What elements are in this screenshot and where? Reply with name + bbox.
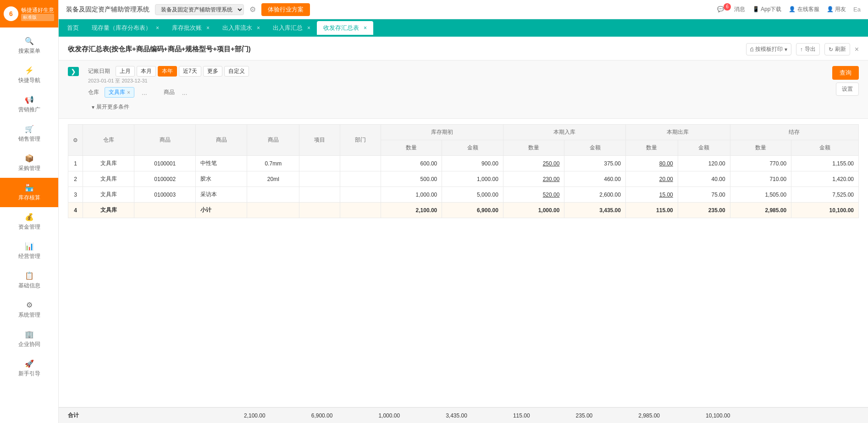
tab-close-3[interactable]: × bbox=[257, 25, 260, 31]
export-btn[interactable]: ↑ 导出 bbox=[796, 43, 820, 55]
date-range: 2023-01-01 至 2023-12-31 bbox=[88, 77, 823, 84]
tab-0[interactable]: 首页 bbox=[61, 21, 85, 35]
online-service[interactable]: 👤 在线客服 bbox=[789, 5, 819, 13]
top-bar-right: 💬 6 消息 📱 App下载 👤 在线客服 👤 用友 Ea bbox=[717, 5, 861, 13]
page-title: 收发存汇总表(按仓库+商品编码+商品+规格型号+项目+部门) bbox=[68, 45, 251, 54]
col-out-group: 本期出库 bbox=[625, 125, 730, 140]
settings-icon[interactable]: ⚙ bbox=[73, 137, 78, 143]
goods-dots[interactable]: ... bbox=[180, 89, 189, 96]
col-in-qty-header: 数量 bbox=[503, 140, 564, 156]
row-in-qty[interactable]: 250.00 bbox=[503, 156, 564, 171]
col-opening-group: 库存期初 bbox=[381, 125, 503, 140]
tab-3[interactable]: 出入库流水× bbox=[216, 21, 266, 35]
warehouse-tag-close[interactable]: × bbox=[127, 89, 130, 96]
row-out-qty: 115.00 bbox=[625, 203, 678, 218]
row-in-qty[interactable]: 520.00 bbox=[503, 187, 564, 203]
settings-icon[interactable]: ⚙ bbox=[249, 5, 256, 14]
row-out-qty[interactable]: 15.00 bbox=[625, 187, 678, 203]
row-out-qty[interactable]: 20.00 bbox=[625, 171, 678, 187]
warehouse-label: 仓库 bbox=[88, 88, 99, 96]
row-closing-amt: 1,155.00 bbox=[791, 156, 859, 171]
sidebar-item-guide[interactable]: 🚀新手引导 bbox=[0, 354, 58, 383]
tab-close-4[interactable]: × bbox=[307, 25, 310, 31]
row-no: 4 bbox=[68, 203, 83, 218]
sidebar-item-purchase[interactable]: 📦采购管理 bbox=[0, 148, 58, 178]
tab-close-2[interactable]: × bbox=[206, 25, 210, 31]
sidebar-item-sales[interactable]: 🛒销售管理 bbox=[0, 119, 58, 148]
date-btn-last-month[interactable]: 上月 bbox=[116, 66, 135, 77]
query-btn[interactable]: 查询 bbox=[832, 66, 859, 80]
nav-label-sales: 销售管理 bbox=[18, 135, 40, 143]
sidebar-item-operations[interactable]: 📊经营管理 bbox=[0, 236, 58, 266]
total-label: 合计 bbox=[68, 412, 79, 419]
settings-btn[interactable]: 设置 bbox=[836, 82, 859, 96]
sidebar-item-basic[interactable]: 📋基础信息 bbox=[0, 266, 58, 295]
tab-close-1[interactable]: × bbox=[156, 25, 159, 31]
sidebar-item-corp[interactable]: 🏢企业协同 bbox=[0, 324, 58, 354]
msg-area[interactable]: 💬 6 消息 bbox=[717, 5, 746, 13]
nav-label-system: 系统管理 bbox=[18, 311, 40, 319]
sidebar-tag: 标准版 bbox=[21, 14, 54, 21]
warehouse-dots[interactable]: ... bbox=[140, 89, 149, 96]
total-opening-qty: 2,100.00 bbox=[244, 412, 265, 419]
row-warehouse: 文具库 bbox=[83, 156, 134, 171]
tab-label-1: 现存量（库存分布表） bbox=[92, 24, 151, 32]
tab-close-5[interactable]: × bbox=[364, 25, 367, 31]
close-page-btn[interactable]: × bbox=[855, 45, 859, 54]
col-settings-header[interactable]: ⚙ bbox=[68, 125, 83, 156]
date-btn-this-year[interactable]: 本年 bbox=[158, 66, 177, 77]
filter-area: ❯ 记账日期 上月 本月 本年 近7天 更多 bbox=[59, 60, 868, 119]
col-out-qty-header: 数量 bbox=[625, 140, 678, 156]
row-in-amt: 460.00 bbox=[564, 171, 626, 187]
sidebar-item-marketing[interactable]: 📢营销推广 bbox=[0, 90, 58, 119]
row-out-qty[interactable]: 80.00 bbox=[625, 156, 678, 171]
date-btn-7days[interactable]: 近7天 bbox=[179, 66, 201, 77]
row-project bbox=[299, 187, 340, 203]
filter-warehouse-row: 仓库 文具库 × ... 商品 ... bbox=[88, 87, 823, 98]
tab-1[interactable]: 现存量（库存分布表）× bbox=[85, 21, 166, 35]
nav-label-operations: 经营管理 bbox=[18, 253, 40, 260]
sidebar-item-inventory[interactable]: 🏪库存核算 bbox=[0, 178, 58, 207]
total-closing-qty: 2,985.00 bbox=[638, 412, 660, 419]
total-in-qty: 1,000.00 bbox=[378, 412, 400, 419]
filter-wrap: ❯ 记账日期 上月 本月 本年 近7天 更多 bbox=[68, 66, 859, 113]
sidebar-item-quick[interactable]: ⚡快捷导航 bbox=[0, 60, 58, 90]
nav-label-quick: 快捷导航 bbox=[18, 77, 40, 84]
row-spec: 0.7mm bbox=[247, 156, 299, 171]
row-in-qty: 1,000.00 bbox=[503, 203, 564, 218]
app-download[interactable]: 📱 App下载 bbox=[752, 5, 781, 13]
tab-4[interactable]: 出入库汇总× bbox=[266, 21, 317, 35]
date-btn-this-month[interactable]: 本月 bbox=[137, 66, 156, 77]
row-out-amt: 235.00 bbox=[678, 203, 730, 218]
refresh-icon: ↻ bbox=[829, 46, 833, 53]
date-btn-more[interactable]: 更多 bbox=[203, 66, 222, 77]
nav-label-finance: 资金管理 bbox=[18, 223, 40, 231]
date-label: 记账日期 bbox=[88, 67, 110, 75]
row-in-amt: 375.00 bbox=[564, 156, 626, 171]
sidebar-item-finance[interactable]: 💰资金管理 bbox=[0, 207, 58, 236]
tab-2[interactable]: 库存批次账× bbox=[166, 21, 216, 35]
system-select[interactable]: 装备及固定资产辅助管理系统 bbox=[155, 4, 244, 15]
msg-label: 消息 bbox=[734, 6, 745, 12]
user-area[interactable]: 👤 用友 bbox=[827, 5, 846, 13]
expand-btn[interactable]: ▾ 展开更多条件 bbox=[88, 101, 823, 113]
experience-btn[interactable]: 体验行业方案 bbox=[261, 3, 310, 16]
row-in-qty[interactable]: 230.00 bbox=[503, 171, 564, 187]
sidebar-item-system[interactable]: ⚙系统管理 bbox=[0, 295, 58, 324]
row-dept bbox=[340, 203, 381, 218]
tab-5[interactable]: 收发存汇总表× bbox=[317, 21, 373, 35]
row-closing-qty: 2,985.00 bbox=[730, 203, 791, 218]
row-dept bbox=[340, 187, 381, 203]
sidebar-logo: 6 畅捷通好生意 标准版 bbox=[0, 0, 58, 27]
nav-icon-finance: 💰 bbox=[25, 213, 34, 221]
filter-expand-arrow[interactable]: ❯ bbox=[68, 67, 79, 76]
row-out-amt: 75.00 bbox=[678, 187, 730, 203]
sidebar-item-search[interactable]: 🔍搜索菜单 bbox=[0, 31, 58, 60]
table-row: 2 文具库 0100002 胶水 20ml 500.00 1,000.00 23… bbox=[68, 171, 859, 187]
refresh-btn[interactable]: ↻ 刷新 bbox=[824, 43, 850, 55]
row-closing-qty: 1,505.00 bbox=[730, 187, 791, 203]
date-btn-custom[interactable]: 自定义 bbox=[224, 66, 249, 77]
col-in-group: 本期入库 bbox=[503, 125, 625, 140]
expand-more-row: ▾ 展开更多条件 bbox=[88, 101, 823, 113]
print-btn[interactable]: ⎙ 按模板打印 ▾ bbox=[746, 43, 791, 55]
